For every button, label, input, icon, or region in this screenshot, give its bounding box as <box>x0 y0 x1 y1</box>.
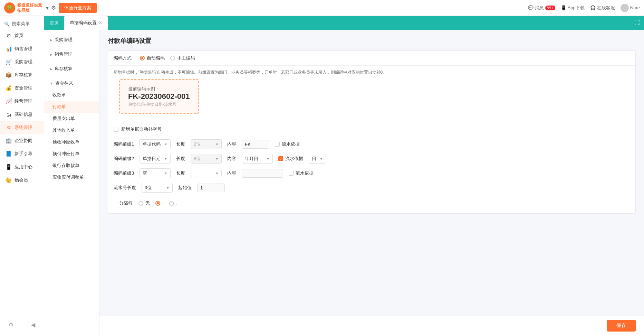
group-purchase: ▶ 采购管理 <box>44 32 99 47</box>
preview-container: 当前编码示例： FK-20230602-001 单据代码-单据日期-流水号 <box>108 79 635 123</box>
app-label: App下载 <box>568 5 585 11</box>
user-avatar <box>621 4 629 12</box>
sidebar-item-system[interactable]: ⚙ 系统管理 <box>0 121 44 134</box>
sidebar-item-purchase[interactable]: 🛒 采购管理 <box>0 55 44 68</box>
serial2-period-select[interactable]: 日 ▼ <box>309 154 326 164</box>
group-sales-header[interactable]: ▶ 销售管理 <box>44 48 99 60</box>
group-funds-header[interactable]: ▼ 资金往来 <box>44 77 99 89</box>
sep-dash[interactable]: - <box>155 201 164 206</box>
group-sales: ▶ 销售管理 <box>44 47 99 62</box>
tab-encoding-label: 单据编码设置 <box>70 20 97 26</box>
message-btn[interactable]: 💬 消息 99+ <box>528 5 555 11</box>
sidebar-collapse-btn[interactable]: ◀ <box>28 320 38 329</box>
finance-icon: 💰 <box>6 85 12 91</box>
app-download-btn[interactable]: 📱 App下载 <box>561 5 585 11</box>
message-label: 消息 <box>535 5 544 11</box>
tab-close-icon[interactable]: ✕ <box>99 20 102 25</box>
sidebar-item-fukuan[interactable]: 付款单 <box>44 101 99 113</box>
serial1-checkbox-group: 流水依据 <box>275 141 300 147</box>
sidebar-item-yinhang[interactable]: 银行存取款单 <box>44 160 99 171</box>
group-inventory-header[interactable]: ▶ 库存核算 <box>44 63 99 75</box>
group-purchase-header[interactable]: ▶ 采购管理 <box>44 34 99 46</box>
content2-label: 内容 <box>227 156 236 162</box>
serial-length-arrow-icon: ▼ <box>166 186 170 190</box>
auto-fill-checkbox[interactable] <box>114 127 118 132</box>
serial3-checkbox-group: 流水依据 <box>289 170 314 176</box>
sidebar-item-yingshou[interactable]: 应收应付调整单 <box>44 171 99 183</box>
sidebar-item-inventory[interactable]: 📦 库存核算 <box>0 68 44 82</box>
prefix2-label: 编码前缀2 <box>114 156 134 162</box>
serial3-checkbox[interactable] <box>289 171 294 176</box>
content1-input[interactable] <box>242 140 269 149</box>
prefix3-select[interactable]: 空 ▼ <box>140 168 171 178</box>
auto-encode-radio[interactable]: 自动编码 <box>140 55 165 61</box>
sep-dash-radio[interactable] <box>155 201 160 206</box>
sep-none[interactable]: 无 <box>138 200 150 206</box>
sidebar-item-sales[interactable]: 📊 销售管理 <box>0 42 44 55</box>
message-icon: 💬 <box>528 5 534 10</box>
encode-radio-group: 自动编码 手工编码 <box>140 55 195 61</box>
sep-none-radio[interactable] <box>138 201 143 206</box>
sidebar-item-guide[interactable]: 📘 新手引导 <box>0 147 44 160</box>
manual-encode-radio-btn[interactable] <box>170 56 175 61</box>
user-info[interactable]: Nare <box>621 4 640 12</box>
sidebar-item-yuchong-fu[interactable]: 预付冲应付单 <box>44 148 99 160</box>
serial2-checkbox[interactable]: ✓ <box>278 156 283 161</box>
system-icon: ⚙ <box>6 124 12 131</box>
length3-select[interactable]: ▼ <box>191 170 222 177</box>
sep-dash-label: - <box>162 201 164 206</box>
settings-icon[interactable]: ⚙ <box>51 4 56 11</box>
purchase-icon: 🛒 <box>6 59 12 65</box>
content2-select[interactable]: 年月日 ▼ <box>242 154 273 164</box>
sidebar-item-enterprise[interactable]: 🏢 企业协同 <box>0 134 44 147</box>
sidebar-item-basic[interactable]: 🗂 基础信息 <box>0 108 44 121</box>
content3-input[interactable] <box>242 169 283 178</box>
preview-box: 当前编码示例： FK-20230602-001 单据代码-单据日期-流水号 <box>119 79 199 114</box>
sidebar-item-yuchong-ying[interactable]: 预收冲应收单 <box>44 136 99 148</box>
industry-btn[interactable]: 体验行业方案 <box>59 3 97 13</box>
sep-dot[interactable]: . <box>169 201 177 206</box>
sidebar-item-apps[interactable]: 📱 应用中心 <box>0 160 44 174</box>
serial1-checkbox[interactable] <box>275 142 280 147</box>
sidebar-item-operation[interactable]: 📈 经营管理 <box>0 95 44 108</box>
prefix2-select[interactable]: 单据日期 ▼ <box>140 154 171 164</box>
start-value-input[interactable] <box>197 184 225 192</box>
encoding-settings-card: 编码方式 自动编码 手工编码 <box>108 50 636 214</box>
serial2-label: 流水依据 <box>285 156 303 162</box>
main-layout: 🔍 搜索菜单 ⊙ 首页 📊 销售管理 🛒 采购管理 📦 库存核算 💰 资金管理 … <box>0 16 644 335</box>
search-menu-btn[interactable]: 🔍 搜索菜单 <box>0 19 44 29</box>
sidebar-item-finance[interactable]: 💰 资金管理 <box>0 82 44 95</box>
auto-encode-radio-btn[interactable] <box>140 56 145 61</box>
service-btn[interactable]: 🎧 在线客服 <box>590 5 615 11</box>
tab-home[interactable]: 首页 <box>44 16 64 30</box>
length2-select[interactable]: 8位 ▼ <box>191 154 222 164</box>
save-button[interactable]: 保存 <box>607 320 636 332</box>
length2-arrow-icon: ▼ <box>215 157 219 161</box>
tab-encoding[interactable]: 单据编码设置 ✕ <box>64 16 108 30</box>
sidebar-item-home[interactable]: ⊙ 首页 <box>0 29 44 42</box>
serial2-period-arrow-icon: ▼ <box>319 157 323 161</box>
tab-minimize-icon[interactable]: － <box>626 19 632 27</box>
tab-maximize-icon[interactable]: ⛶ <box>634 20 640 26</box>
group-inventory: ▶ 库存核算 <box>44 62 99 76</box>
sidebar-item-guide-label: 新手引导 <box>15 151 32 157</box>
sidebar-item-member[interactable]: 👑 畅会员 <box>0 174 44 187</box>
serial-length-select[interactable]: 3位 ▼ <box>142 183 173 193</box>
length1-select[interactable]: 2位 ▼ <box>191 139 222 149</box>
sidebar-item-purchase-label: 采购管理 <box>15 59 32 65</box>
content-wrapper: ▶ 采购管理 ▶ 销售管理 ▶ 库存核算 <box>44 30 644 335</box>
content1-label: 内容 <box>227 141 236 147</box>
manual-encode-radio[interactable]: 手工编码 <box>170 55 195 61</box>
dropdown-arrow-icon[interactable]: ▼ <box>45 5 50 11</box>
sidebar-item-qita[interactable]: 其他收入单 <box>44 124 99 136</box>
sidebar-item-feiyong[interactable]: 费用支出单 <box>44 113 99 124</box>
apps-icon: 📱 <box>6 164 12 170</box>
prefix1-select[interactable]: 单据代码 ▼ <box>140 139 171 149</box>
main-content: 付款单编码设置 编码方式 自动编码 <box>99 30 644 316</box>
left-sidebar: 🔍 搜索菜单 ⊙ 首页 📊 销售管理 🛒 采购管理 📦 库存核算 💰 资金管理 … <box>0 16 44 335</box>
bottom-bar: 保存 <box>99 316 644 335</box>
sidebar-item-shoukuan[interactable]: 收款单 <box>44 89 99 101</box>
sidebar-settings-btn[interactable]: ⚙ <box>6 320 16 329</box>
second-sidebar: ▶ 采购管理 ▶ 销售管理 ▶ 库存核算 <box>44 30 99 335</box>
sep-dot-radio[interactable] <box>169 201 174 206</box>
